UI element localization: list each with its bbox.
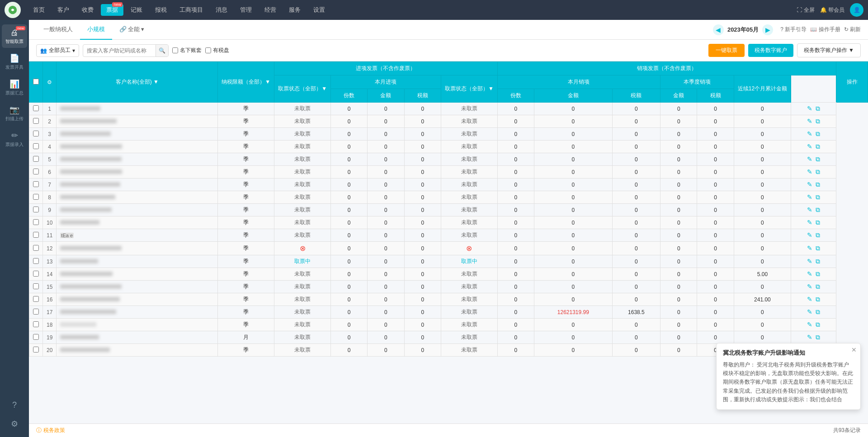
refresh-btn[interactable]: ↻ 刷新 (844, 26, 861, 33)
row-select-checkbox[interactable] (33, 296, 39, 302)
nav-customer[interactable]: 客户 (52, 4, 75, 16)
copy-btn[interactable]: ⧉ (815, 334, 821, 341)
row-select-checkbox[interactable] (33, 131, 39, 136)
edit-btn[interactable]: ✎ (806, 296, 813, 303)
edit-btn[interactable]: ✎ (806, 270, 813, 277)
row-select-checkbox[interactable] (33, 347, 39, 352)
th-output-fetch-status[interactable]: 取票状态（全部）▼ (441, 75, 497, 103)
row-select-checkbox[interactable] (33, 181, 39, 187)
period-prev[interactable]: ◀ (713, 24, 724, 35)
tab-small-scale[interactable]: 小规模 (80, 20, 112, 40)
search-input[interactable] (83, 47, 156, 54)
copy-btn[interactable]: ⧉ (815, 117, 821, 125)
notification-close[interactable]: ✕ (851, 346, 857, 353)
sidebar-item-entry[interactable]: ✏ 票据录入 (2, 127, 27, 151)
period-next[interactable]: ▶ (762, 24, 773, 35)
edit-btn[interactable]: ✎ (806, 244, 813, 252)
tab-general[interactable]: 一般纳税人 (36, 20, 80, 40)
edit-btn[interactable]: ✎ (806, 334, 813, 341)
edit-btn[interactable]: ✎ (806, 105, 813, 112)
nav-business[interactable]: 工商项目 (174, 4, 208, 16)
sidebar-item-settings-bottom[interactable]: ⚙ (2, 415, 27, 432)
edit-btn[interactable]: ✎ (806, 258, 813, 265)
tax-policy-link[interactable]: ⓘ 税务政策 (36, 427, 65, 434)
copy-btn[interactable]: ⧉ (815, 231, 821, 239)
edit-btn[interactable]: ✎ (806, 193, 813, 201)
copy-btn[interactable]: ⧉ (815, 130, 821, 138)
edit-btn[interactable]: ✎ (806, 206, 813, 213)
row-select-checkbox[interactable] (33, 321, 39, 327)
copy-btn[interactable]: ⧉ (815, 296, 821, 303)
th-tax-quota[interactable]: 纳税限额（全部）▼ (218, 62, 274, 103)
row-select-checkbox[interactable] (33, 118, 39, 124)
edit-btn[interactable]: ✎ (806, 130, 813, 137)
copy-btn[interactable]: ⧉ (815, 143, 821, 150)
edit-btn[interactable]: ✎ (806, 155, 813, 163)
copy-btn[interactable]: ⧉ (815, 270, 821, 278)
row-select-checkbox[interactable] (33, 143, 39, 149)
sidebar-item-summary[interactable]: 📊 票据汇总 (2, 75, 27, 99)
row-select-checkbox[interactable] (33, 283, 39, 289)
copy-btn[interactable]: ⧉ (815, 321, 821, 329)
row-select-checkbox[interactable] (33, 207, 39, 212)
manual-btn[interactable]: 📖 操作手册 (810, 26, 840, 33)
edit-btn[interactable]: ✎ (806, 283, 813, 290)
tax-digital-account-btn[interactable]: 税务数字账户 (748, 44, 793, 57)
nav-operation[interactable]: 经营 (259, 4, 282, 16)
nav-settings[interactable]: 设置 (308, 4, 330, 16)
edit-btn[interactable]: ✎ (806, 181, 813, 188)
sidebar-item-smart-fetch[interactable]: 🖨 智能取票 new (2, 24, 27, 48)
tax-digital-account-ops-btn[interactable]: 税务数字账户操作 ▼ (797, 43, 861, 57)
employee-select[interactable]: 👥 全部员工 ▾ (36, 44, 79, 57)
edit-btn[interactable]: ✎ (806, 168, 813, 175)
row-select-checkbox[interactable] (33, 232, 39, 238)
edit-btn[interactable]: ✎ (806, 117, 813, 125)
copy-btn[interactable]: ⧉ (815, 219, 821, 226)
row-select-checkbox[interactable] (33, 219, 39, 225)
copy-btn[interactable]: ⧉ (815, 193, 821, 201)
copy-btn[interactable]: ⧉ (815, 244, 821, 252)
fullscreen-btn[interactable]: ⛶ 全屏 (797, 6, 814, 14)
edit-btn[interactable]: ✎ (806, 219, 813, 226)
copy-btn[interactable]: ⧉ (815, 181, 821, 188)
th-client-name[interactable]: 客户名称(全部) ▼ (57, 62, 218, 103)
sidebar-item-help[interactable]: ? (2, 397, 27, 414)
th-input-fetch-status[interactable]: 取票状态（全部）▼ (274, 75, 331, 103)
nav-home[interactable]: 首页 (28, 4, 50, 16)
row-select-checkbox[interactable] (33, 258, 39, 264)
row-select-checkbox[interactable] (33, 245, 39, 251)
sidebar-item-invoice-open[interactable]: 📄 发票开具 (2, 50, 27, 74)
edit-btn[interactable]: ✎ (806, 143, 813, 150)
row-select-checkbox[interactable] (33, 105, 39, 111)
copy-btn[interactable]: ⧉ (815, 283, 821, 291)
row-select-checkbox[interactable] (33, 169, 39, 174)
row-select-checkbox[interactable] (33, 309, 39, 315)
nav-charge[interactable]: 收费 (76, 4, 99, 16)
copy-btn[interactable]: ⧉ (815, 308, 821, 316)
row-select-checkbox[interactable] (33, 194, 39, 200)
my-account-checkbox[interactable]: 名下账套 (172, 47, 202, 54)
one-click-fetch-btn[interactable]: 一键取票 (708, 44, 745, 57)
edit-btn[interactable]: ✎ (806, 321, 813, 328)
row-select-checkbox[interactable] (33, 156, 39, 162)
new-guide-btn[interactable]: ? 新手引导 (780, 26, 807, 33)
user-avatar[interactable]: 👤 (850, 3, 863, 17)
edit-btn[interactable]: ✎ (806, 308, 813, 315)
copy-btn[interactable]: ⧉ (815, 168, 821, 176)
copy-btn[interactable]: ⧉ (815, 105, 821, 113)
nav-invoice[interactable]: 票据 new (101, 4, 123, 16)
sidebar-item-scan[interactable]: 📷 扫描上传 (2, 101, 27, 125)
copy-btn[interactable]: ⧉ (815, 258, 821, 265)
nav-manage[interactable]: 管理 (235, 4, 257, 16)
edit-btn[interactable]: ✎ (806, 231, 813, 239)
help-member-btn[interactable]: 🔔 帮会员 (820, 6, 844, 14)
copy-btn[interactable]: ⧉ (815, 155, 821, 163)
search-button[interactable]: 🔍 (156, 44, 168, 57)
copy-btn[interactable]: ⧉ (815, 206, 821, 214)
has-taxpad-checkbox[interactable]: 有税盘 (205, 47, 229, 54)
nav-service[interactable]: 服务 (283, 4, 306, 16)
select-all-checkbox[interactable] (33, 79, 39, 85)
row-select-checkbox[interactable] (33, 334, 39, 340)
nav-tax[interactable]: 报税 (150, 4, 172, 16)
nav-message[interactable]: 消息 (210, 4, 233, 16)
